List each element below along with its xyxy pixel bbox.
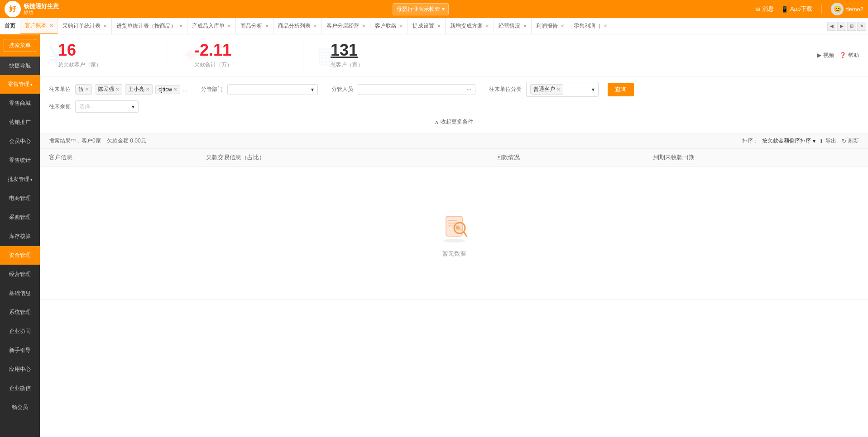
close-tab-purchase-order-stats[interactable]: ✕ [103, 24, 107, 28]
chevron-up-icon: ∧ [435, 119, 439, 125]
app-name: 畅捷通好生意 [24, 3, 59, 10]
sidebar-item-retail-mall[interactable]: 零售商城 [0, 94, 40, 113]
tab-product-analysis-list[interactable]: 商品分析列表 ✕ [273, 18, 322, 34]
sidebar-item-enterprise-wechat[interactable]: 企业微信 [0, 379, 40, 398]
export-icon: ⬆ [819, 138, 824, 144]
close-tab-retail-profit[interactable]: ✕ [604, 24, 607, 28]
sidebar-item-app-center[interactable]: 应用中心 [0, 360, 40, 379]
sidebar-item-purchase-mgmt[interactable]: 采购管理 [0, 208, 40, 227]
sidebar-item-new-user-guide[interactable]: 新手引导 [0, 341, 40, 360]
search-menu-btn[interactable]: 搜索菜单 [4, 39, 36, 52]
remove-unit-cjttcw[interactable]: ✕ [173, 87, 177, 92]
tab-product-stock-in[interactable]: 产成品入库单 ✕ [187, 18, 236, 34]
empty-state-row: 暂无数据 [40, 166, 868, 300]
sidebar-item-inventory[interactable]: 库存核算 [0, 227, 40, 246]
stats-header: ¥ 16 总欠款客户（家） ✦ -2.11 欠款合计（万） [40, 34, 868, 76]
stat-label-total-debt: 欠款合计（万） [194, 61, 232, 69]
video-help-btn[interactable]: ▶ 视频 [817, 52, 834, 59]
close-tab-customer-segmentation[interactable]: ✕ [362, 24, 365, 28]
user-avatar-area[interactable]: 😊 demo2 [831, 3, 863, 15]
svg-rect-2 [448, 220, 457, 221]
app-download-btn[interactable]: 📱 App下载 [781, 5, 812, 13]
unit-tag-chen: 陈民强 ✕ [95, 84, 122, 95]
sidebar-item-member-center[interactable]: 会员中心 [0, 132, 40, 151]
sidebar-item-enterprise-coop[interactable]: 企业协同 [0, 322, 40, 341]
sidebar-item-operations-mgmt[interactable]: 经营管理 [0, 265, 40, 284]
sidebar-item-capital-mgmt[interactable]: 资金管理 [0, 246, 40, 265]
sidebar-item-vip-member[interactable]: 畅会员 [0, 398, 40, 417]
tab-profit-report[interactable]: 利润报告 ✕ [532, 18, 569, 34]
sidebar-item-marketing[interactable]: 营销推广 [0, 113, 40, 132]
nav-close-btn[interactable]: ✕ [857, 22, 866, 31]
remove-unit-wang[interactable]: ✕ [146, 87, 149, 92]
sidebar-item-basic-info[interactable]: 基础信息 [0, 284, 40, 303]
empty-state-icon [436, 208, 472, 244]
tab-new-promotion-plan[interactable]: 新增提成方案 ✕ [446, 18, 494, 34]
svg-point-0 [443, 239, 465, 242]
tab-customer-contacts[interactable]: 客户联络 ✕ [370, 18, 408, 34]
data-table: 客户信息 欠款交易信息（占比） 回款情况 到期未收款日期 [40, 149, 868, 300]
chevron-icon: ▾ [30, 82, 33, 87]
tab-purchase-order-stats[interactable]: 采购订单统计表 ✕ [58, 18, 112, 34]
tab-customer-segmentation[interactable]: 客户分层经营 ✕ [322, 18, 370, 34]
account-selector[interactable]: 母婴行业演示帐套 ▾ [393, 3, 449, 15]
close-tab-promotion-settings[interactable]: ✕ [437, 24, 441, 28]
close-tab-purchase-stats-by-product[interactable]: ✕ [179, 24, 182, 28]
empty-state: 暂无数据 [49, 172, 859, 294]
sort-select[interactable]: 按欠款金额倒序排序 ▾ [762, 137, 815, 145]
sidebar-item-system-mgmt[interactable]: 系统管理 [0, 303, 40, 322]
tab-business-situation[interactable]: 经营情况 ✕ [494, 18, 532, 34]
sidebar-item-retail-mgmt[interactable]: 零售管理 ▾ [0, 75, 40, 94]
chevron-down-icon: ▾ [442, 6, 445, 12]
stat-label-debt-customers: 总欠款客户（家） [58, 61, 101, 69]
nav-next-btn[interactable]: ▶ [837, 22, 846, 31]
stat-icon-3: ▦ [317, 43, 338, 68]
logo-icon: 好 [5, 1, 21, 17]
close-tab-product-stock-in[interactable]: ✕ [227, 24, 231, 28]
close-tab-new-promotion-plan[interactable]: ✕ [485, 24, 489, 28]
sidebar-item-retail-stats[interactable]: 零售统计 [0, 151, 40, 170]
sidebar-item-batch-mgmt[interactable]: 批发管理 ▾ [0, 170, 40, 189]
sidebar-item-ecommerce-mgmt[interactable]: 电商管理 [0, 189, 40, 208]
sidebar: 搜索菜单 快捷导航 零售管理 ▾ 零售商城 营销推广 会员中心 零售统计 [0, 34, 40, 437]
nav-prev-btn[interactable]: ◀ [827, 22, 836, 31]
person-filter-select[interactable]: ··· [358, 84, 475, 95]
close-tab-product-analysis-list[interactable]: ✕ [313, 24, 317, 28]
play-icon: ▶ [817, 52, 821, 58]
tab-customer-ledger[interactable]: 客户账本 ✕ [20, 18, 58, 34]
col-repayment: 回款情况 [487, 149, 644, 166]
unit-class-select[interactable]: 普通客户 ✕ ▾ [526, 82, 599, 97]
remove-unit-wu[interactable]: ✕ [85, 87, 89, 92]
close-tab-customer-contacts[interactable]: ✕ [399, 24, 403, 28]
stat-icon-1: ¥ [49, 40, 64, 71]
query-button[interactable]: 查询 [608, 83, 634, 96]
message-icon: ✉ [755, 6, 760, 13]
nav-expand-btn[interactable]: ⊞ [847, 22, 856, 31]
close-tab-customer-ledger[interactable]: ✕ [49, 23, 53, 28]
quick-nav-btn[interactable]: 快捷导航 [4, 60, 36, 71]
refresh-btn[interactable]: ↻ 刷新 [842, 137, 859, 145]
close-tab-business-situation[interactable]: ✕ [523, 24, 527, 28]
col-debt-info: 欠款交易信息（占比） [197, 149, 487, 166]
svg-line-7 [464, 232, 467, 236]
action-btns: ⬆ 导出 ↻ 刷新 [819, 137, 859, 145]
tab-product-analysis[interactable]: 商品分析 ✕ [236, 18, 273, 34]
col-customer-info: 客户信息 [40, 149, 197, 166]
collapse-filter-btn[interactable]: ∧ 收起更多条件 [435, 118, 473, 126]
help-btn[interactable]: ❓ 帮助 [839, 52, 859, 59]
more-unit-tags-btn[interactable]: ... [183, 86, 187, 93]
remain-select[interactable]: 选择... ▾ [75, 100, 139, 113]
tab-retail-profit[interactable]: 零售利润（ ✕ [569, 18, 612, 34]
tab-promotion-settings[interactable]: 提成设置 ✕ [408, 18, 446, 34]
tab-purchase-stats-by-product[interactable]: 进货单统计表（按商品） ✕ [112, 18, 187, 34]
export-btn[interactable]: ⬆ 导出 [819, 137, 836, 145]
dept-filter-select[interactable]: ▾ [227, 84, 318, 95]
message-btn[interactable]: ✉ 消息 [755, 5, 774, 13]
close-tab-profit-report[interactable]: ✕ [561, 24, 564, 28]
remove-unit-chen[interactable]: ✕ [115, 87, 119, 92]
chevron-down-icon: ▾ [813, 138, 815, 144]
sort-area: 排序： 按欠款金额倒序排序 ▾ ⬆ 导出 ↻ 刷新 [742, 137, 859, 145]
tab-home[interactable]: 首页 [0, 18, 20, 34]
close-tab-product-analysis[interactable]: ✕ [265, 24, 269, 28]
remove-customer-type[interactable]: ✕ [556, 87, 560, 92]
